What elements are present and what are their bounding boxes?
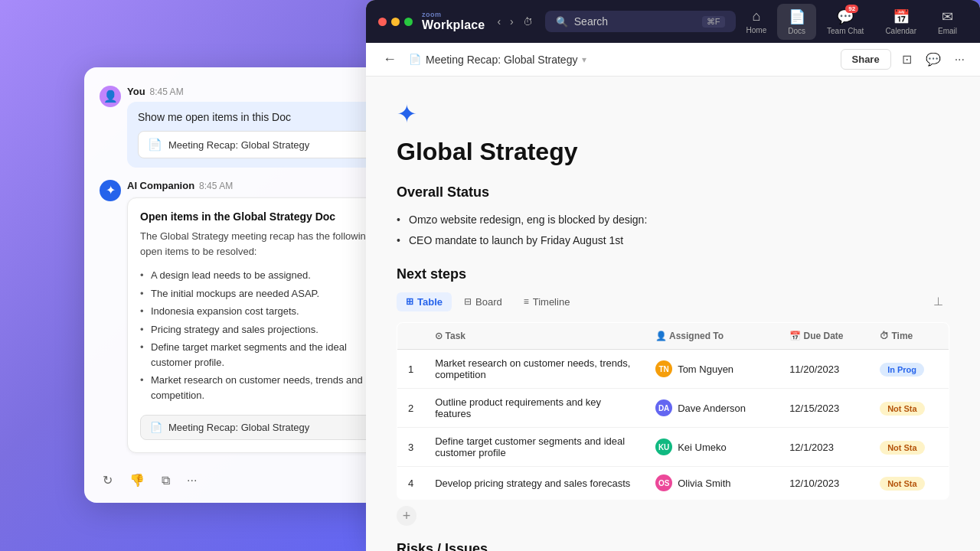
team-chat-icon: 💬 92 [837,8,854,25]
copy-button[interactable]: ⧉ [158,471,173,491]
table-icon: ⊞ [406,296,413,307]
ai-meta: AI Companion 8:45 AM [127,180,398,191]
table-row: 2 Outline product requirements and key f… [397,389,949,428]
risks-section: Risks / Issues A design lead needs to be… [397,541,949,551]
board-icon: ⊟ [464,296,472,307]
traffic-lights [378,18,413,26]
ai-bubble-title: Open items in the Global Strategy Doc [140,210,385,223]
breadcrumb: 📄 Meeting Recap: Global Strategy ▾ [409,54,586,66]
assignee-cell: TN Tom Nguyen [645,350,779,389]
zoom-brand: zoom Workplace [422,11,485,32]
status-cell: In Prog [869,350,949,389]
overall-status-heading: Overall Status [397,184,949,201]
user-message-row: 👤 You 8:45 AM Show me open items in this… [100,86,398,168]
status-badge: Not Sta [880,477,925,491]
task-cell: Define target customer segments and idea… [424,428,645,467]
more-options-button[interactable]: ··· [952,50,968,70]
more-button[interactable]: ··· [184,471,200,491]
status-cell: Not Sta [869,467,949,500]
table-row: 4 Develop pricing strategy and sales for… [397,467,949,500]
chevron-down-icon: ▾ [582,54,586,65]
nav-forward-button[interactable]: › [505,12,518,31]
toolbar-right: Share ⊡ 💬 ··· [841,49,968,70]
assignee-cell: KU Kei Umeko [645,428,779,467]
minimize-traffic-light[interactable] [391,18,400,26]
fullscreen-traffic-light[interactable] [404,18,413,26]
assignee-cell: DA Dave Anderson [645,389,779,428]
col-header-num [397,323,425,350]
nav-docs[interactable]: 📄 Docs [777,4,816,40]
thumbs-down-button[interactable]: 👎 [126,470,148,491]
row-number: 1 [397,350,425,389]
ai-doc-icon: 📄 [150,422,162,433]
nav-calendar[interactable]: 📅 Calendar [874,4,927,40]
ai-star-icon: ✦ [106,184,116,197]
doc-toolbar: ← 📄 Meeting Recap: Global Strategy ▾ Sha… [366,43,980,77]
doc-icon: 📄 [148,138,162,152]
risks-heading: Risks / Issues [397,541,949,551]
nav-icons: ⌂ Home 📄 Docs 💬 92 Team Chat 📅 Calendar … [736,4,968,40]
user-avatar: 👤 [100,86,121,107]
assignee-avatar: OS [655,474,672,491]
list-item: Omzo website redesign, eng is blocked by… [397,210,949,230]
board-view-tab[interactable]: ⊟ Board [455,292,511,311]
time-col-icon: ⏱ [880,331,889,341]
assignee-avatar: KU [655,439,672,455]
row-number: 3 [397,428,425,467]
ai-star-large-icon: ✦ [397,99,949,129]
doc-content[interactable]: ✦ Global Strategy Overall Status Omzo we… [366,77,980,551]
overall-status-list: Omzo website redesign, eng is blocked by… [397,210,949,251]
task-cell: Market research on customer needs, trend… [424,350,645,389]
chat-panel: 👤 You 8:45 AM Show me open items in this… [84,67,413,503]
action-bar: ↻ 👎 ⧉ ··· [100,464,398,491]
status-badge: In Prog [880,363,924,377]
list-item: CEO mandate to launch by Friday August 1… [397,230,949,251]
status-badge: Not Sta [880,402,925,416]
zoom-workplace: Workplace [422,18,485,32]
add-row-button[interactable]: + [397,506,416,526]
timeline-view-tab[interactable]: ≡ Timeline [514,292,580,311]
ai-avatar: ✦ [100,180,121,201]
assignee-cell: OS Olivia Smith [645,467,779,500]
ai-doc-ref: 📄 Meeting Recap: Global Strategy [140,415,385,440]
share-button[interactable]: Share [841,49,891,70]
nav-back-button[interactable]: ‹ [492,12,505,31]
assignee-name: Dave Anderson [678,403,746,414]
ai-time: 8:45 AM [199,181,233,191]
nav-home[interactable]: ⌂ Home [736,4,778,39]
ai-doc-ref-label: Meeting Recap: Global Strategy [168,422,309,433]
email-icon: ✉ [942,8,953,25]
history-button[interactable]: ⏱ [518,13,537,31]
list-item: Pricing strategy and sales projections. [140,321,385,339]
zoom-panel: zoom Workplace ‹ › ⏱ 🔍 Search ⌘F ⌂ Home … [366,0,980,551]
nav-team-chat[interactable]: 💬 92 Team Chat [816,4,874,40]
search-icon: 🔍 [556,16,568,28]
filter-button[interactable]: ⊥ [927,292,949,311]
status-cell: Not Sta [869,389,949,428]
home-icon: ⌂ [752,8,760,24]
close-traffic-light[interactable] [378,18,387,26]
table-row: 3 Define target customer segments and id… [397,428,949,467]
user-meta: You 8:45 AM [127,86,398,97]
nav-email[interactable]: ✉ Email [927,4,968,40]
col-header-due: 📅 Due Date [779,323,869,350]
col-header-time: ⏱ Time [869,323,949,350]
back-button[interactable]: ← [378,50,401,69]
refresh-button[interactable]: ↻ [100,470,116,491]
search-text: Search [574,15,696,28]
assignee-name: Kei Umeko [678,442,727,453]
zoom-label: zoom [422,11,485,18]
table-view-tab[interactable]: ⊞ Table [397,292,452,311]
timeline-icon: ≡ [524,296,529,307]
chat-button[interactable]: 💬 [923,49,944,70]
ai-bubble-intro: The Global Strategy meeting recap has th… [140,229,385,259]
list-item: The initial mockups are needed ASAP. [140,285,385,303]
row-number: 2 [397,389,425,428]
task-cell: Outline product requirements and key fea… [424,389,645,428]
user-doc-ref: 📄 Meeting Recap: Global Strategy [138,131,387,158]
user-message-text: Show me open items in this Doc [138,111,387,123]
calendar-icon: 📅 [893,8,910,25]
view-mode-button[interactable]: ⊡ [899,49,915,70]
search-box[interactable]: 🔍 Search ⌘F [545,11,736,32]
status-badge: Not Sta [880,441,925,455]
